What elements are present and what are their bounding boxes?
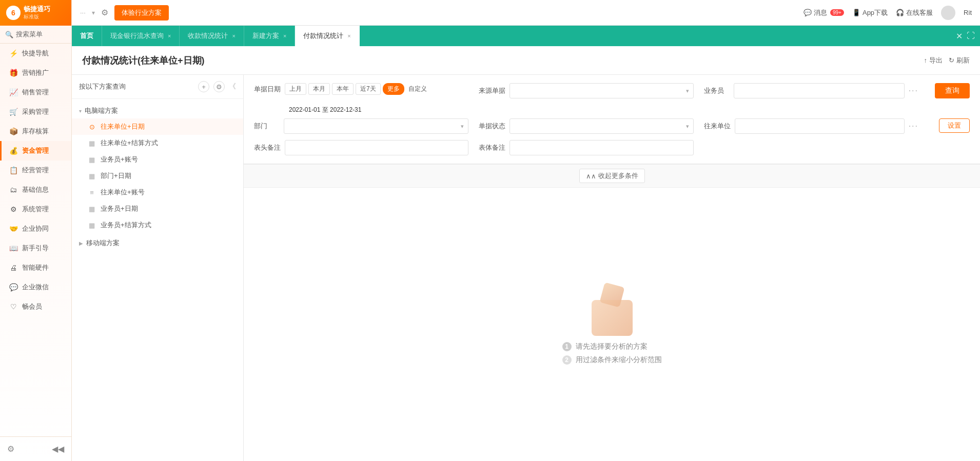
sidebar-item-finance[interactable]: 💰 资金管理 <box>0 141 71 161</box>
header-note-input[interactable] <box>285 140 468 155</box>
tree-item-unit-account[interactable]: ≡ 往来单位+账号 <box>72 184 243 201</box>
tab-new-scheme[interactable]: 新建方案 × <box>244 26 295 46</box>
date-btn-this-year[interactable]: 本年 <box>332 83 354 95</box>
page-content: 付款情况统计(往来单位+日期) ↑ 导出 ↻ 刷新 按以下方案查询 <box>72 46 980 461</box>
tab-home[interactable]: 首页 <box>72 26 102 46</box>
online-service-label: 在线客服 <box>906 8 933 17</box>
empty-hint-1: 1 请先选择要分析的方案 <box>562 342 662 351</box>
phone-icon: 📱 <box>852 9 860 16</box>
date-btn-7days[interactable]: 近7天 <box>356 83 381 95</box>
footer-collapse-btn[interactable]: ◀◀ <box>50 442 66 456</box>
date-btn-last-month[interactable]: 上月 <box>285 83 306 95</box>
purchase-label: 采购管理 <box>22 107 49 116</box>
sidebar-item-sales[interactable]: 📈 销售管理 <box>0 83 71 102</box>
trial-btn[interactable]: 体验行业方案 <box>114 5 169 21</box>
tab-payment-stats-label: 付款情况统计 <box>303 31 343 41</box>
sidebar-item-enterprise[interactable]: 🤝 企业协同 <box>0 219 71 238</box>
tab-cash-flow[interactable]: 现金银行流水查询 × <box>102 26 180 46</box>
plus-icon: + <box>202 83 206 91</box>
sidebar-item-guide[interactable]: 📖 新手引导 <box>0 238 71 258</box>
messages-btn[interactable]: 💬 消息 99+ <box>803 8 844 17</box>
hint-text-1: 请先选择要分析的方案 <box>576 342 648 351</box>
left-panel-header: 按以下方案查询 + ⚙ 《 <box>72 75 243 99</box>
sidebar-item-vip[interactable]: ♡ 畅会员 <box>0 297 71 316</box>
footer-settings-btn[interactable]: ⚙ <box>5 442 16 456</box>
sidebar-item-quick-nav[interactable]: ⚡ 快捷导航 <box>0 44 71 63</box>
query-btn[interactable]: 查询 <box>935 83 970 98</box>
sidebar-item-hardware[interactable]: 🖨 智能硬件 <box>0 258 71 277</box>
operation-icon: 📋 <box>9 166 18 175</box>
vip-icon: ♡ <box>9 302 18 311</box>
tab-receivable[interactable]: 收款情况统计 × <box>180 26 244 46</box>
sidebar-search[interactable]: 🔍 搜索菜单 <box>0 26 71 44</box>
salesperson-dots-btn[interactable]: ··· <box>909 86 918 95</box>
expand-btn[interactable]: ⛶ <box>967 31 975 41</box>
sidebar-item-system[interactable]: ⚙ 系统管理 <box>0 199 71 219</box>
tab-cash-flow-close[interactable]: × <box>168 33 171 39</box>
scheme-settings-btn[interactable]: ⚙ <box>213 81 225 92</box>
sidebar-item-operation[interactable]: 📋 经营管理 <box>0 161 71 180</box>
tree-section-mobile-header[interactable]: ▶ 移动端方案 <box>72 235 243 251</box>
dept-select[interactable]: ▾ <box>284 118 468 134</box>
sidebar-item-wechat[interactable]: 💬 企业微信 <box>0 277 71 297</box>
sidebar-logo: 6 畅捷通巧 标准版 <box>0 0 71 26</box>
left-panel-title: 按以下方案查询 <box>79 82 126 91</box>
sidebar-item-purchase[interactable]: 🛒 采购管理 <box>0 102 71 122</box>
close-all-btn[interactable]: ✕ <box>956 31 963 41</box>
salesperson-input[interactable] <box>734 83 905 98</box>
topbar-chevron-icon[interactable]: ▾ <box>92 9 95 16</box>
add-scheme-btn[interactable]: + <box>198 81 209 92</box>
refresh-btn[interactable]: ↻ 刷新 <box>949 56 970 65</box>
salesperson-account-icon: ▦ <box>87 155 96 164</box>
tree-section-mobile: ▶ 移动端方案 <box>72 235 243 251</box>
tree-section-pc-header[interactable]: ▾ 电脑端方案 <box>72 103 243 118</box>
dept-date-icon: ▦ <box>87 171 96 181</box>
tab-new-scheme-close[interactable]: × <box>283 33 286 39</box>
quick-nav-icon: ⚡ <box>9 49 18 58</box>
tab-receivable-close[interactable]: × <box>232 33 235 39</box>
sidebar-item-basic[interactable]: 🗂 基础信息 <box>0 180 71 199</box>
page-header-actions: ↑ 导出 ↻ 刷新 <box>924 56 970 65</box>
finance-icon: 💰 <box>9 146 18 155</box>
sidebar-item-marketing[interactable]: 🎁 营销推广 <box>0 63 71 83</box>
scheme-tree: ▾ 电脑端方案 ⊙ 往来单位+日期 ▦ 往来单位+结算方式 ▦ <box>72 99 243 461</box>
body-note-input[interactable] <box>509 140 693 155</box>
date-btn-more[interactable]: 更多 <box>383 83 404 95</box>
collapse-more-btn[interactable]: ∧∧ 收起更多条件 <box>579 169 645 183</box>
tabbar-actions: ✕ ⛶ <box>951 26 980 46</box>
empty-hint-2: 2 用过滤条件来缩小分析范围 <box>562 355 662 365</box>
export-btn[interactable]: ↑ 导出 <box>924 56 943 65</box>
tree-item-salesperson-date[interactable]: ▦ 业务员+日期 <box>72 201 243 217</box>
tree-item-unit-date[interactable]: ⊙ 往来单位+日期 <box>72 118 243 135</box>
related-unit-dots-btn[interactable]: ··· <box>909 122 918 131</box>
settings-btn[interactable]: 设置 <box>939 118 970 133</box>
tree-item-unit-payment[interactable]: ▦ 往来单位+结算方式 <box>72 135 243 151</box>
sidebar-item-inventory[interactable]: 📦 库存核算 <box>0 122 71 141</box>
filter-row-2: 部门 ▾ 单据状态 ▾ <box>254 118 970 134</box>
guide-label: 新手引导 <box>22 244 49 253</box>
user-avatar[interactable] <box>941 6 955 20</box>
tree-item-salesperson-payment[interactable]: ▦ 业务员+结算方式 <box>72 217 243 233</box>
source-select[interactable]: ▾ <box>509 83 693 98</box>
messages-badge: 99+ <box>830 9 844 16</box>
tree-item-dept-date[interactable]: ▦ 部门+日期 <box>72 168 243 184</box>
unit-payment-label: 往来单位+结算方式 <box>101 138 158 148</box>
app-download-btn[interactable]: 📱 App下载 <box>852 8 888 17</box>
left-panel-collapse-btn[interactable]: 《 <box>229 82 236 91</box>
main-area: 按以下方案查询 + ⚙ 《 ▾ <box>72 75 980 461</box>
tab-payment-stats[interactable]: 付款情况统计 × <box>295 26 359 46</box>
online-service-btn[interactable]: 🎧 在线客服 <box>896 8 933 17</box>
tab-payment-stats-close[interactable]: × <box>347 33 350 39</box>
sales-icon: 📈 <box>9 88 18 97</box>
unit-date-icon: ⊙ <box>87 122 96 131</box>
related-unit-input[interactable] <box>735 118 905 134</box>
sidebar: 6 畅捷通巧 标准版 🔍 搜索菜单 ⚡ 快捷导航 🎁 营销推广 📈 销售管理 🛒… <box>0 0 72 461</box>
dept-date-label: 部门+日期 <box>101 171 131 181</box>
unit-date-label: 往来单位+日期 <box>101 122 145 131</box>
tree-item-salesperson-account[interactable]: ▦ 业务员+账号 <box>72 151 243 168</box>
mobile-section-label: 移动端方案 <box>86 238 120 248</box>
voucher-status-select[interactable]: ▾ <box>509 118 693 134</box>
topbar-gear-icon[interactable]: ⚙ <box>101 8 108 17</box>
pc-section-label: 电脑端方案 <box>85 106 118 115</box>
date-btn-this-month[interactable]: 本月 <box>308 83 330 95</box>
